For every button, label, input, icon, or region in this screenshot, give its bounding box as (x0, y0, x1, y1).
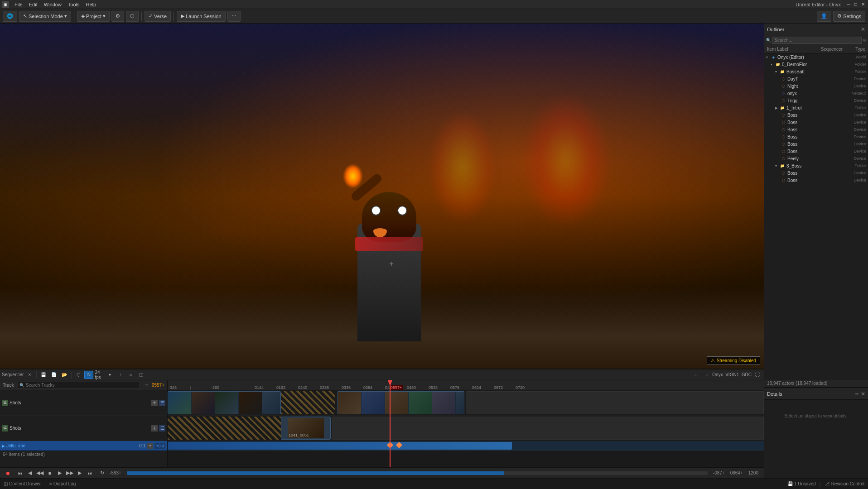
main-viewport[interactable]: + ⚠ Streaming Disabled (0, 24, 764, 369)
seq-save-btn[interactable]: 💾 (39, 371, 48, 379)
tree-item-boss-8[interactable]: ⬡ Boss Device (764, 177, 868, 184)
menu-edit[interactable]: Edit (26, 1, 40, 8)
shots-add-btn-2[interactable]: + (151, 425, 158, 431)
tree-arrow-3boss[interactable]: ▾ (775, 164, 780, 168)
tree-item-trigg[interactable]: ⬡ Trigg Device (764, 97, 868, 104)
tree-item-1introl[interactable]: ▶ 📁 1_Introl Folder (764, 104, 868, 111)
project-btn[interactable]: ◈ Project ▾ (77, 11, 110, 22)
seq-curve-btn[interactable]: ≈ (126, 371, 135, 379)
tree-arrow-demoflor[interactable]: ▾ (771, 62, 775, 67)
play-forward-btn[interactable]: ▶▶ (66, 469, 74, 477)
more-options-btn[interactable]: ⋯ (227, 11, 241, 22)
thumb-3 (215, 392, 239, 414)
tree-item-peely[interactable]: ⬡ Peely Device (764, 155, 868, 162)
frame-fwd-btn[interactable]: ▶ (76, 469, 84, 477)
tree-item-bossbatt[interactable]: ▾ 📁 BossBatt Folder (764, 68, 868, 75)
seq-mode-btn[interactable]: N (84, 371, 93, 379)
shots-track-2[interactable]: 📽 Shots + ☰ (0, 416, 167, 441)
stop-btn[interactable]: ■ (46, 469, 54, 477)
timeline-row-jellotime[interactable] (168, 441, 764, 451)
content-drawer-btn[interactable]: ◫ Content Drawer (4, 481, 41, 486)
tree-arrow-bossbatt[interactable]: ▾ (775, 70, 780, 74)
shots-settings-btn-2[interactable]: ☰ (159, 425, 165, 431)
tree-item-onyx-verse[interactable]: ◇ onyx VerseCl (764, 90, 868, 97)
play-btn[interactable]: ▶ (56, 469, 64, 477)
timeline-scrollbar[interactable] (127, 471, 708, 475)
seq-snap-btn[interactable]: ◫ (136, 371, 145, 379)
record-btn[interactable]: ⏺ (4, 469, 12, 477)
tree-item-boss-1[interactable]: ⬡ Boss Device (764, 111, 868, 119)
seq-fps-dropdown[interactable]: ▾ (105, 371, 114, 379)
outliner-search-input[interactable] (772, 37, 862, 44)
shots-track-1[interactable]: 📽 Shots + ☰ (0, 390, 167, 416)
frame-back-btn[interactable]: ◀ (26, 469, 34, 477)
timeline-ruler: -348 -260 0144 0192 0240 0288 0336 0384 … (168, 380, 764, 390)
seq-expand-btn[interactable]: ⛶ (753, 371, 762, 379)
toolbar-icon-btn-1[interactable]: ⚙ (111, 11, 124, 22)
tree-item-dayt[interactable]: ⬡ DayT Device (764, 75, 868, 82)
maximize-button[interactable]: □ (853, 1, 859, 8)
shots-add-btn-1[interactable]: + (151, 400, 158, 406)
jellotime-add-btn[interactable]: + (147, 443, 153, 449)
toolbar-separator-1 (74, 12, 74, 21)
menu-file[interactable]: File (12, 1, 25, 8)
tree-item-3boss[interactable]: ▾ 📁 3_Boss Folder (764, 162, 868, 169)
seq-nav-forward[interactable]: → (702, 371, 711, 379)
tree-item-boss-2[interactable]: ⬡ Boss Device (764, 119, 868, 126)
outliner-close-btn[interactable]: ✕ (861, 26, 865, 33)
playhead-line-2 (390, 416, 391, 441)
settings-btn[interactable]: ⚙ Settings (833, 11, 865, 22)
seq-arrow-btn[interactable]: ↑ (116, 371, 125, 379)
tree-device-icon-9: ⬡ (781, 149, 786, 154)
launch-icon: ▶ (181, 13, 184, 19)
outliner-search-bar: 🔍 ⚙ (764, 35, 868, 45)
tree-item-boss-4[interactable]: ⬡ Boss Device (764, 133, 868, 140)
seq-folder-btn[interactable]: 📂 (60, 371, 69, 379)
track-search-input[interactable] (26, 383, 140, 388)
tree-item-demoflor[interactable]: ▾ 📁 0_DemoFlor Folder (764, 61, 868, 68)
tree-item-boss-3[interactable]: ⬡ Boss Device (764, 126, 868, 133)
outliner-settings-icon[interactable]: ⚙ (863, 38, 866, 43)
tree-item-boss-6[interactable]: ⬡ Boss Device (764, 148, 868, 155)
clip-label: 1041_0051 (289, 433, 309, 437)
seq-nav-back[interactable]: ← (691, 371, 700, 379)
seq-close-btn[interactable]: × (25, 371, 34, 379)
timeline-area[interactable]: -348 -260 0144 0192 0240 0288 0336 0384 … (168, 380, 764, 467)
tree-arrow-1introl[interactable]: ▶ (775, 106, 780, 110)
outliner-status-text: 18,947 actors (18,947 loaded) (767, 381, 827, 386)
tree-item-boss-7[interactable]: ⬡ Boss Device (764, 169, 868, 177)
close-button[interactable]: ✕ (860, 1, 866, 8)
menu-tools[interactable]: Tools (65, 1, 82, 8)
loop-btn[interactable]: ↻ (98, 469, 106, 477)
details-close-btn[interactable]: ✕ (861, 391, 865, 397)
go-start-btn[interactable]: ⏮ (16, 469, 24, 477)
play-reverse-btn[interactable]: ◀◀ (36, 469, 44, 477)
go-end-btn[interactable]: ⏭ (86, 469, 94, 477)
launch-session-btn[interactable]: ▶ Launch Session (177, 11, 225, 22)
unsaved-status[interactable]: 💾 1 Unsaved (787, 481, 816, 486)
seq-new-btn[interactable]: 📄 (49, 371, 58, 379)
seq-option-1[interactable]: ⬡ (74, 371, 83, 379)
clip-thumbnails-1 (168, 391, 281, 414)
tree-item-night[interactable]: ⬡ Night Device (764, 82, 868, 90)
timeline-row-shots-1[interactable] (168, 390, 764, 416)
tree-item-boss-5[interactable]: ⬡ Boss Device (764, 140, 868, 148)
shots-settings-btn-1[interactable]: ☰ (159, 400, 165, 406)
tree-item-onyx[interactable]: ▾ ◈ Onyx (Editor) World (764, 53, 868, 61)
verse-btn[interactable]: ✓ Verse (145, 11, 171, 22)
output-log-btn[interactable]: ≡ Output Log (49, 481, 76, 486)
world-icon-btn[interactable]: 🌐 (3, 11, 17, 22)
jellotime-track[interactable]: ▶ JelloTime 0.1 + +0.0 (0, 441, 167, 451)
minimize-button[interactable]: ─ (845, 1, 852, 8)
revision-control-btn[interactable]: ⎇ Revision Control (825, 481, 864, 486)
user-icon-btn[interactable]: 👤 (817, 11, 831, 22)
timeline-row-shots-2[interactable]: 1041_0051 (168, 416, 764, 441)
track-label: Track (3, 383, 14, 388)
tree-arrow-onyx[interactable]: ▾ (766, 55, 771, 59)
pb-sep-1 (14, 470, 14, 476)
toolbar-icon-btn-2[interactable]: ⬡ (126, 11, 139, 22)
selection-mode-btn[interactable]: ↖ Selection Mode ▾ (19, 11, 71, 22)
ruler-label-6: 0240 (298, 385, 307, 390)
menu-window[interactable]: Window (41, 1, 64, 8)
menu-help[interactable]: Help (83, 1, 99, 8)
